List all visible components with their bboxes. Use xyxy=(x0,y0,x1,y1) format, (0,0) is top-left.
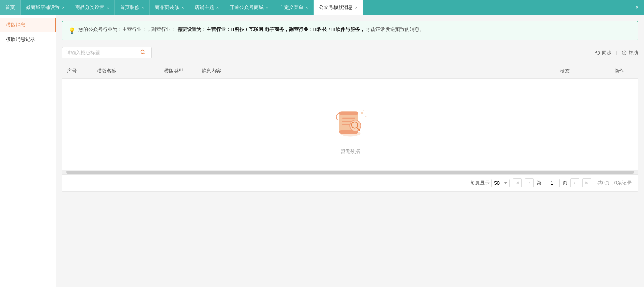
page-input[interactable] xyxy=(545,179,560,187)
sidebar-item-template[interactable]: 模版消息 xyxy=(0,18,56,32)
notice-highlight: 需要设置为：主营行业：IT科技 / 互联网|电子商务，副营行业：IT科技 / I… xyxy=(177,27,365,32)
content-area: 💡 您的公众号行业为：主营行业：，副营行业： 需要设置为：主营行业：IT科技 /… xyxy=(56,15,644,287)
empty-state: 暂无数据 xyxy=(62,79,638,170)
th-content: 消息内容 xyxy=(197,64,555,78)
th-type: 模版类型 xyxy=(160,64,197,78)
horizontal-scrollbar[interactable] xyxy=(62,170,638,174)
pagination: 每页显示 10 20 50 100 ⊲ ‹ 第 页 › ⊳ 共0页，0条记录 xyxy=(62,174,638,191)
tab-micro-shop-label: 微商城店铺设置 xyxy=(26,4,60,11)
tab-home-deco[interactable]: 首页装修 × xyxy=(115,0,150,15)
tab-custom-menu-label: 自定义菜单 xyxy=(279,4,303,11)
close-tab-custom-menu[interactable]: × xyxy=(306,6,308,10)
svg-point-14 xyxy=(361,112,363,114)
sync-icon xyxy=(595,50,600,55)
empty-illustration xyxy=(330,101,371,142)
sync-button[interactable]: 同步 xyxy=(595,49,611,56)
tab-home-deco-label: 首页装修 xyxy=(120,4,139,11)
help-icon: ? xyxy=(622,50,627,55)
close-all-button[interactable]: × xyxy=(630,4,644,11)
next-page-button[interactable]: › xyxy=(570,178,579,187)
search-icon xyxy=(140,49,145,55)
main-layout: 模版消息 模版消息记录 💡 您的公众号行业为：主营行业：，副营行业： 需要设置为… xyxy=(0,15,644,287)
tab-template-msg-label: 公众号模版消息 xyxy=(319,4,353,11)
sidebar: 模版消息 模版消息记录 xyxy=(0,15,56,287)
tab-home[interactable]: 首页 xyxy=(0,0,21,15)
tab-category-label: 商品分类设置 xyxy=(75,4,104,11)
page-prefix: 第 xyxy=(537,180,542,186)
per-page-select[interactable]: 10 20 50 100 xyxy=(491,179,510,187)
svg-rect-6 xyxy=(339,112,358,115)
page-suffix: 页 xyxy=(563,180,567,186)
tab-category[interactable]: 商品分类设置 × xyxy=(70,0,114,15)
search-button[interactable] xyxy=(137,47,148,58)
close-tab-micro-shop[interactable]: × xyxy=(62,6,64,10)
search-input[interactable] xyxy=(62,48,137,58)
empty-text: 暂无数据 xyxy=(341,148,360,155)
search-bar: 同步 | ? 帮助 xyxy=(62,47,638,58)
tab-product-deco[interactable]: 商品页装修 × xyxy=(150,0,189,15)
tab-template-msg[interactable]: 公众号模版消息 × xyxy=(314,0,363,15)
close-tab-category[interactable]: × xyxy=(107,6,109,10)
svg-point-15 xyxy=(365,116,366,117)
close-tab-product-deco[interactable]: × xyxy=(181,6,184,10)
close-tab-home-deco[interactable]: × xyxy=(142,6,144,10)
tab-custom-menu[interactable]: 自定义菜单 × xyxy=(274,0,314,15)
per-page-wrap: 每页显示 10 20 50 100 xyxy=(470,179,510,187)
tab-open-mall[interactable]: 开通公众号商城 × xyxy=(224,0,274,15)
notice-suffix: 才能正常发送预置的消息。 xyxy=(366,27,424,32)
tab-shop-theme[interactable]: 店铺主题 × xyxy=(189,0,224,15)
tab-home-label: 首页 xyxy=(5,4,15,11)
notice-box: 💡 您的公众号行业为：主营行业：，副营行业： 需要设置为：主营行业：IT科技 /… xyxy=(62,21,638,40)
close-tab-template-msg[interactable]: × xyxy=(355,6,357,10)
tab-product-deco-label: 商品页装修 xyxy=(155,4,179,11)
first-page-button[interactable]: ⊲ xyxy=(513,178,522,187)
th-name: 模版名称 xyxy=(92,64,160,78)
divider: | xyxy=(616,50,617,55)
notice-text: 您的公众号行业为：主营行业：，副营行业： 需要设置为：主营行业：IT科技 / 互… xyxy=(78,26,424,34)
scrollbar-thumb[interactable] xyxy=(66,171,634,174)
close-tab-open-mall[interactable]: × xyxy=(266,6,268,10)
table: 序号 模版名称 模版类型 消息内容 状态 操作 xyxy=(62,64,638,192)
total-info: 共0页，0条记录 xyxy=(597,180,632,186)
per-page-label: 每页显示 xyxy=(470,180,490,186)
help-button[interactable]: ? 帮助 xyxy=(622,49,638,56)
help-label: 帮助 xyxy=(628,49,638,56)
notice-prefix: 您的公众号行业为：主营行业：，副营行业： xyxy=(78,27,176,32)
sidebar-item-template-label: 模版消息 xyxy=(6,22,25,28)
svg-point-16 xyxy=(363,110,364,111)
close-tab-shop-theme[interactable]: × xyxy=(216,6,219,10)
tab-open-mall-label: 开通公众号商城 xyxy=(229,4,264,11)
prev-page-button[interactable]: ‹ xyxy=(525,178,534,187)
bulb-icon: 💡 xyxy=(68,26,76,35)
search-actions: 同步 | ? 帮助 xyxy=(595,49,638,56)
th-action: 操作 xyxy=(600,64,638,78)
sidebar-item-template-log[interactable]: 模版消息记录 xyxy=(0,32,56,46)
sync-label: 同步 xyxy=(602,49,611,56)
th-seq: 序号 xyxy=(62,64,92,78)
tab-shop-theme-label: 店铺主题 xyxy=(195,4,214,11)
th-status: 状态 xyxy=(555,64,600,78)
svg-text:?: ? xyxy=(623,51,625,55)
top-nav: 首页 微商城店铺设置 × 商品分类设置 × 首页装修 × 商品页装修 × 店铺主… xyxy=(0,0,644,15)
search-input-wrap xyxy=(62,47,152,58)
tab-micro-shop[interactable]: 微商城店铺设置 × xyxy=(21,0,70,15)
last-page-button[interactable]: ⊳ xyxy=(582,178,591,187)
svg-line-1 xyxy=(144,53,145,55)
table-header: 序号 模版名称 模版类型 消息内容 状态 操作 xyxy=(62,64,638,79)
sidebar-item-template-log-label: 模版消息记录 xyxy=(6,36,35,42)
